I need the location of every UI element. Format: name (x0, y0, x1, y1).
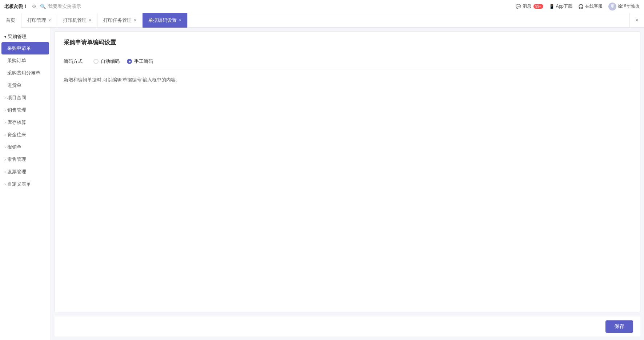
sidebar-group-sales[interactable]: › 销售管理 (0, 104, 51, 116)
sidebar-group-retail-label: 零售管理 (7, 156, 26, 163)
app-download-label: App下载 (556, 3, 572, 9)
settings-icon[interactable]: ⚙ (32, 3, 36, 10)
sidebar-item-purchase-expense[interactable]: 采购费用分摊单 (0, 67, 51, 79)
chevron-right-icon-sales: › (4, 108, 6, 113)
top-bar-left: 老板勿割！ ⚙ 🔍 我要看实例演示 (4, 3, 81, 10)
sidebar-item-purchase-order-label: 采购订单 (7, 57, 26, 64)
sidebar-group-purchase[interactable]: ▾ 采购管理 (0, 31, 51, 42)
tab-single-code-label: 单据编码设置 (148, 17, 177, 24)
encoding-row: 编码方式 自动编码 手工编码 (64, 54, 631, 69)
tab-print-task-close[interactable]: × (134, 18, 136, 23)
user-item[interactable]: 用 徐泽华修改 (608, 3, 640, 11)
message-label: 消息 (523, 3, 531, 9)
content-inner: 采购申请单编码设置 编码方式 自动编码 手工编码 新增和编辑单据时,可以编辑'单… (55, 31, 640, 312)
search-text: 我要看实例演示 (48, 3, 81, 10)
main-layout: ▾ 采购管理 采购申请单 采购订单 采购费用分摊单 进货单 › 项目合同 › 销… (0, 28, 644, 340)
online-service-item[interactable]: 🎧 在线客服 (578, 3, 603, 9)
chevron-right-icon-invoice: › (4, 169, 6, 174)
search-area[interactable]: 🔍 我要看实例演示 (40, 3, 81, 10)
save-button[interactable]: 保存 (605, 320, 633, 333)
radio-group: 自动编码 手工编码 (93, 58, 153, 65)
radio-auto[interactable]: 自动编码 (93, 58, 120, 65)
sidebar-item-purchase-request[interactable]: 采购申请单 (1, 42, 49, 54)
radio-manual-label: 手工编码 (134, 58, 153, 65)
radio-auto-label: 自动编码 (101, 58, 120, 65)
sidebar-group-retail[interactable]: › 零售管理 (0, 153, 51, 166)
service-icon: 🎧 (578, 4, 584, 9)
radio-manual[interactable]: 手工编码 (127, 58, 153, 65)
chevron-right-icon-inventory: › (4, 120, 6, 125)
search-icon: 🔍 (40, 4, 46, 9)
encoding-label: 编码方式 (64, 58, 83, 65)
chevron-right-icon-project: › (4, 95, 6, 100)
sidebar-group-inventory[interactable]: › 库存核算 (0, 116, 51, 129)
message-badge: 99+ (533, 4, 543, 9)
chevron-right-icon-custom: › (4, 182, 6, 187)
top-bar: 老板勿割！ ⚙ 🔍 我要看实例演示 💬 消息 99+ 📱 App下载 🎧 在线客… (0, 0, 644, 13)
sidebar-group-inventory-label: 库存核算 (7, 119, 26, 126)
online-service-label: 在线客服 (585, 3, 603, 9)
sidebar-group-invoice-label: 发票管理 (7, 169, 26, 175)
sidebar-group-capital-label: 资金往来 (7, 131, 26, 138)
tab-print-task-label: 打印任务管理 (103, 17, 132, 24)
sidebar-item-stock-in[interactable]: 进货单 (0, 79, 51, 92)
radio-auto-circle (93, 59, 99, 64)
content-area: 采购申请单编码设置 编码方式 自动编码 手工编码 新增和编辑单据时,可以编辑'单… (51, 28, 644, 340)
sidebar-item-purchase-order[interactable]: 采购订单 (0, 54, 51, 67)
user-name: 徐泽华修改 (618, 3, 640, 9)
tab-printer-management-label: 打印机管理 (63, 17, 87, 24)
tab-print-management-close[interactable]: × (48, 18, 51, 23)
tab-print-management[interactable]: 打印管理 × (21, 13, 57, 28)
global-close-button[interactable]: × (629, 13, 644, 28)
user-icon: 用 (608, 3, 616, 11)
chevron-right-icon-capital: › (4, 132, 6, 137)
sidebar-item-purchase-request-label: 采购申请单 (7, 45, 31, 52)
sidebar-group-returns[interactable]: › 报销单 (0, 141, 51, 153)
page-title: 采购申请单编码设置 (64, 39, 631, 46)
tab-single-code-close[interactable]: × (179, 18, 181, 23)
tab-home[interactable]: 首页 (0, 13, 21, 28)
message-item[interactable]: 💬 消息 99+ (516, 3, 543, 9)
app-icon: 📱 (549, 4, 555, 9)
chevron-right-icon-retail: › (4, 157, 6, 162)
sidebar-group-capital[interactable]: › 资金往来 (0, 129, 51, 141)
sidebar-group-project-label: 项目合同 (7, 94, 26, 101)
sidebar-group-project[interactable]: › 项目合同 (0, 92, 51, 104)
tab-single-code[interactable]: 单据编码设置 × (143, 13, 188, 28)
sidebar-item-purchase-expense-label: 采购费用分摊单 (7, 70, 40, 76)
top-bar-right: 💬 消息 99+ 📱 App下载 🎧 在线客服 用 徐泽华修改 (516, 3, 640, 11)
sidebar-group-returns-label: 报销单 (7, 144, 21, 150)
sidebar: ▾ 采购管理 采购申请单 采购订单 采购费用分摊单 进货单 › 项目合同 › 销… (0, 28, 51, 340)
chevron-down-icon: ▾ (4, 35, 6, 39)
sidebar-group-purchase-label: 采购管理 (8, 33, 27, 40)
logo: 老板勿割！ (4, 3, 28, 10)
message-icon: 💬 (516, 4, 521, 9)
sidebar-group-custom-label: 自定义表单 (7, 181, 31, 187)
tab-bar: 首页 打印管理 × 打印机管理 × 打印任务管理 × 单据编码设置 × × (0, 13, 644, 28)
tab-print-task[interactable]: 打印任务管理 × (97, 13, 143, 28)
tab-printer-management-close[interactable]: × (89, 18, 91, 23)
sidebar-item-stock-in-label: 进货单 (7, 82, 21, 89)
sidebar-group-custom[interactable]: › 自定义表单 (0, 178, 51, 190)
sidebar-group-invoice[interactable]: › 发票管理 (0, 166, 51, 178)
tab-printer-management[interactable]: 打印机管理 × (57, 13, 97, 28)
sidebar-group-sales-label: 销售管理 (7, 107, 26, 113)
chevron-right-icon-returns: › (4, 145, 6, 150)
tab-home-label: 首页 (6, 17, 15, 24)
tab-print-management-label: 打印管理 (27, 17, 46, 24)
bottom-bar: 保存 (55, 316, 640, 336)
radio-manual-circle (127, 59, 132, 64)
description-text: 新增和编辑单据时,可以编辑'单据编号'输入框中的内容。 (64, 77, 631, 83)
app-download-item[interactable]: 📱 App下载 (549, 3, 572, 9)
